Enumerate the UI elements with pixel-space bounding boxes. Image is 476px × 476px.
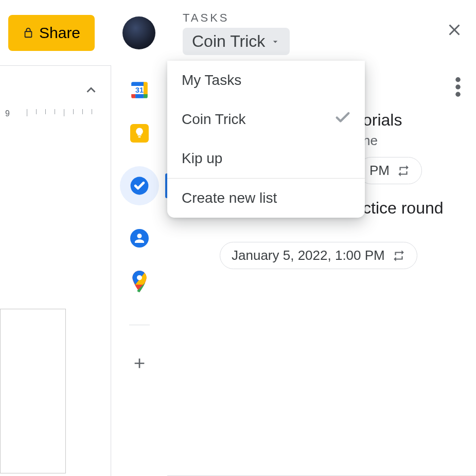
dropdown-create-new-list[interactable]: Create new list xyxy=(167,179,365,218)
collapse-toolbar-button[interactable] xyxy=(80,79,102,101)
plus-icon xyxy=(131,355,148,372)
task-subtitle-partial: ne xyxy=(363,133,378,149)
repeat-icon xyxy=(397,164,410,178)
task-date-text-partial: PM xyxy=(369,163,390,179)
keep-app-icon[interactable] xyxy=(129,123,150,144)
avatar[interactable] xyxy=(122,16,155,49)
svg-text:31: 31 xyxy=(135,86,144,94)
toolbar-divider xyxy=(0,65,111,66)
svg-point-6 xyxy=(455,77,461,82)
task-date-pill-2[interactable]: January 5, 2022, 1:00 PM xyxy=(220,242,417,269)
share-button[interactable]: Share xyxy=(8,15,95,51)
task-title-2-partial: ctice round xyxy=(363,199,444,218)
contacts-app-icon[interactable] xyxy=(129,228,150,249)
tasks-header: TASKS Coin Trick xyxy=(167,0,476,60)
add-addon-button[interactable] xyxy=(129,353,150,374)
ruler-number: 9 xyxy=(5,109,10,118)
dropdown-triangle-icon xyxy=(270,37,280,47)
dropdown-item-label: My Tasks xyxy=(182,72,241,89)
task-date-pill-1[interactable]: PM xyxy=(358,157,422,184)
task-list-dropdown: My Tasks Coin Trick Kip up Create new li… xyxy=(167,61,365,218)
lock-icon xyxy=(23,26,34,40)
chevron-up-icon xyxy=(82,81,100,99)
more-vert-icon xyxy=(455,77,461,97)
maps-icon xyxy=(132,271,147,292)
rail-divider xyxy=(129,325,150,325)
dropdown-item-coin-trick[interactable]: Coin Trick xyxy=(167,100,365,139)
dropdown-item-label: Coin Trick xyxy=(182,111,245,128)
contacts-icon xyxy=(130,229,149,248)
svg-point-7 xyxy=(455,84,461,90)
repeat-icon xyxy=(392,249,406,262)
tasks-icon xyxy=(130,176,149,196)
task-title-partial: orials xyxy=(363,111,402,130)
ruler: 9 xyxy=(0,109,111,120)
tasks-app-icon[interactable] xyxy=(120,166,159,205)
tasks-panel: TASKS Coin Trick orials ne PM ctice roun… xyxy=(167,0,476,476)
calendar-icon: 31 xyxy=(130,80,149,100)
side-panel-rail: 31 xyxy=(111,65,167,476)
close-icon xyxy=(445,21,464,39)
tasks-panel-label: TASKS xyxy=(183,11,461,25)
svg-point-5 xyxy=(137,275,142,280)
check-icon xyxy=(334,109,351,130)
close-panel-button[interactable] xyxy=(445,21,464,41)
dropdown-item-my-tasks[interactable]: My Tasks xyxy=(167,61,365,100)
create-list-label: Create new list xyxy=(182,190,277,206)
task-more-menu[interactable] xyxy=(455,77,461,99)
dropdown-item-label: Kip up xyxy=(182,150,222,167)
document-page xyxy=(0,309,66,473)
calendar-app-icon[interactable]: 31 xyxy=(129,80,150,100)
task-date-text-2: January 5, 2022, 1:00 PM xyxy=(232,248,385,263)
dropdown-item-kip-up[interactable]: Kip up xyxy=(167,139,365,178)
svg-point-8 xyxy=(455,92,461,97)
task-list-selector[interactable]: Coin Trick xyxy=(183,28,290,55)
keep-icon xyxy=(130,124,149,143)
share-label: Share xyxy=(39,24,80,42)
maps-app-icon[interactable] xyxy=(129,271,150,292)
selected-list-name: Coin Trick xyxy=(192,32,265,51)
